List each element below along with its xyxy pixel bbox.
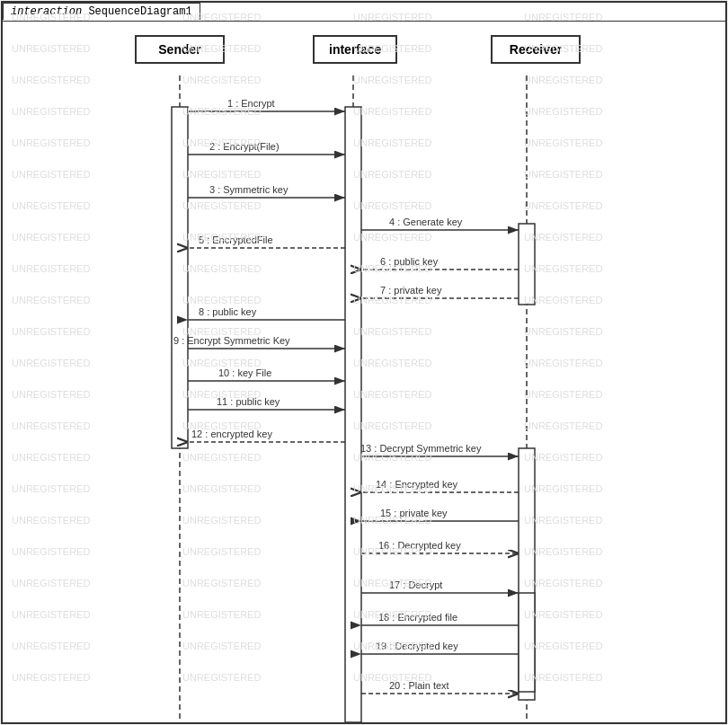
svg-rect-5 (519, 224, 535, 305)
svg-text:1 : Encrypt: 1 : Encrypt (227, 98, 275, 109)
svg-text:3 : Symmetric key: 3 : Symmetric key (209, 184, 289, 195)
sequence-diagram-svg: 1 : Encrypt 2 : Encrypt(File) 3 : Symmet… (3, 22, 725, 722)
svg-text:10 : key File: 10 : key File (218, 367, 271, 378)
title-name: SequenceDiagram1 (88, 5, 191, 18)
svg-rect-3 (172, 107, 188, 448)
svg-rect-41 (519, 593, 535, 692)
svg-text:16 : Decrypted key: 16 : Decrypted key (378, 540, 461, 551)
svg-text:8 : public key: 8 : public key (199, 306, 257, 317)
svg-text:13 : Decrypt Symmetric key: 13 : Decrypt Symmetric key (360, 443, 482, 454)
diagram-container: const wmParent = document.querySelector(… (1, 1, 727, 724)
svg-text:2 : Encrypt(File): 2 : Encrypt(File) (209, 141, 280, 152)
svg-text:7 : private key: 7 : private key (380, 285, 442, 296)
svg-text:5 : EncryptedFile: 5 : EncryptedFile (199, 234, 273, 245)
svg-text:14 : Encrypted key: 14 : Encrypted key (376, 479, 458, 490)
svg-text:17 : Decrypt: 17 : Decrypt (389, 579, 442, 590)
svg-text:12 : encrypted key: 12 : encrypted key (191, 429, 272, 439)
svg-rect-4 (345, 107, 361, 722)
svg-text:11 : public key: 11 : public key (217, 396, 280, 407)
svg-text:20 : Plain text: 20 : Plain text (389, 680, 449, 691)
title-keyword: interaction (11, 5, 82, 18)
svg-text:19 : Decrypted key: 19 : Decrypted key (376, 641, 458, 651)
svg-text:9 : Encrypt Symmetric Key: 9 : Encrypt Symmetric Key (173, 335, 290, 346)
svg-text:6 : public key: 6 : public key (380, 256, 439, 267)
diagram-area: Sender interface Receiver (3, 21, 725, 722)
svg-text:4 : Generate key: 4 : Generate key (389, 217, 463, 227)
svg-text:18 : Encrypted file: 18 : Encrypted file (378, 612, 457, 623)
svg-text:15 : private key: 15 : private key (380, 508, 448, 518)
title-tab: interaction SequenceDiagram1 (3, 3, 200, 20)
